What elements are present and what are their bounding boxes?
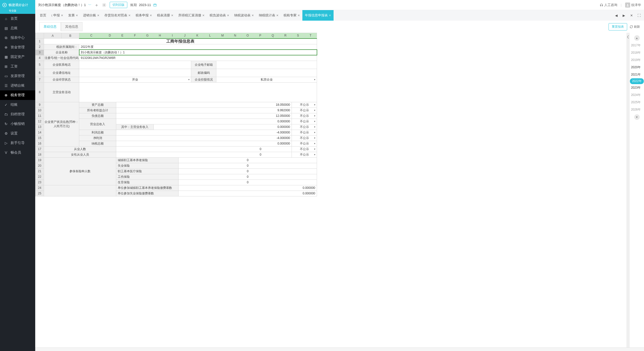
- row-header-23[interactable]: 23: [35, 180, 44, 185]
- row-header-8[interactable]: 8: [35, 82, 44, 102]
- col-header-N[interactable]: N: [229, 33, 242, 39]
- row-header-13[interactable]: 13: [35, 124, 44, 130]
- tab-1[interactable]: ⟨申报✕: [49, 10, 66, 21]
- tab-2[interactable]: 发票✕: [66, 10, 80, 21]
- col-header-F[interactable]: F: [129, 33, 141, 39]
- col-header-C[interactable]: C: [79, 33, 104, 39]
- fin-3-sub-value[interactable]: 0.000000: [154, 124, 292, 130]
- year-2023年[interactable]: 2023年: [630, 84, 644, 91]
- fin-1-value[interactable]: 9.992000: [116, 108, 292, 113]
- col-header-R[interactable]: R: [279, 33, 292, 39]
- fin-4-pub[interactable]: 不公示: [292, 130, 317, 135]
- row-header-9[interactable]: 9: [35, 102, 44, 108]
- mainbiz-input[interactable]: [79, 82, 317, 102]
- tabs-close-all-icon[interactable]: ✕: [628, 12, 634, 18]
- fin-4-value[interactable]: -4.000000: [116, 130, 292, 135]
- fin-3-sub-pub[interactable]: 不公示: [292, 124, 317, 130]
- post-input[interactable]: [216, 69, 317, 77]
- refresh-button[interactable]: 刷新: [630, 25, 640, 29]
- sidebar-item-0[interactable]: ⌂首页: [0, 14, 35, 23]
- row-header-2[interactable]: 2: [35, 44, 44, 50]
- row-header-7[interactable]: 7: [35, 77, 44, 82]
- sidebar-item-1[interactable]: ▤总账: [0, 23, 35, 33]
- fin-2-value[interactable]: 12.050000: [116, 113, 292, 119]
- fullscreen-icon[interactable]: ⛶: [636, 12, 642, 18]
- sidebar-item-8[interactable]: ⊗税务管理: [0, 90, 35, 100]
- reg-value[interactable]: 91320811MA7NGR2W6R: [79, 55, 317, 61]
- col-header-E[interactable]: E: [116, 33, 129, 39]
- row-header-17[interactable]: 17: [35, 146, 44, 152]
- row-header-6[interactable]: 6: [35, 69, 44, 77]
- col-header-T[interactable]: T: [304, 33, 317, 39]
- tab-close-icon[interactable]: ✕: [329, 14, 331, 17]
- fin-3-pub[interactable]: 不公示: [292, 119, 317, 124]
- tab-close-icon[interactable]: ✕: [252, 14, 254, 17]
- sidebar-item-13[interactable]: ▷新手引导: [0, 138, 35, 148]
- sidebar-item-5[interactable]: ⊞工资: [0, 62, 35, 71]
- col-header-K[interactable]: K: [191, 33, 204, 39]
- row-header-24[interactable]: 24: [35, 185, 44, 191]
- tab-8[interactable]: 税负波动表✕: [207, 10, 232, 21]
- account-selector[interactable]: 刘小艳演示账套（勿删勿动！）1 ﹀: [38, 3, 92, 7]
- fin-0-value[interactable]: 18.050000: [116, 102, 292, 108]
- col-header-S[interactable]: S: [292, 33, 304, 39]
- fin-6-value[interactable]: 0.000000: [116, 141, 292, 146]
- sidebar-item-14[interactable]: V畅会员: [0, 148, 35, 157]
- old-version-button[interactable]: 切到旧版: [110, 2, 127, 8]
- fin-2-pub[interactable]: 不公示: [292, 113, 317, 119]
- row-header-25[interactable]: 25: [35, 191, 44, 196]
- row-header-16[interactable]: 16: [35, 141, 44, 146]
- col-header-J[interactable]: J: [179, 33, 191, 39]
- year-down-icon[interactable]: ▼: [634, 114, 640, 120]
- base-1-value[interactable]: 0.000000: [179, 191, 317, 196]
- row-header-4[interactable]: 4: [35, 55, 44, 61]
- col-header-I[interactable]: I: [166, 33, 179, 39]
- col-header-Q[interactable]: Q: [267, 33, 279, 39]
- row-header-5[interactable]: 5: [35, 61, 44, 69]
- reset-report-button[interactable]: 重置报表: [609, 23, 627, 30]
- col-header-M[interactable]: M: [216, 33, 229, 39]
- fin-1-pub[interactable]: 不公示: [292, 108, 317, 113]
- female-value[interactable]: 0: [116, 152, 292, 157]
- row-header-21[interactable]: 21: [35, 168, 44, 174]
- spreadsheet[interactable]: ABCDEFGHIJKLMNOPQRST1工商年报信息表2税款所属期间：2022…: [35, 33, 626, 347]
- fin-0-pub[interactable]: 不公示: [292, 102, 317, 108]
- subtab-0[interactable]: 基础信息: [39, 22, 61, 31]
- sidebar-item-9[interactable]: ✓结账: [0, 100, 35, 110]
- emp-value[interactable]: 0: [116, 146, 292, 152]
- row-header-18[interactable]: 18: [35, 152, 44, 157]
- tab-7[interactable]: 所得税汇算清缴✕: [176, 10, 207, 21]
- col-header-D[interactable]: D: [104, 33, 116, 39]
- tabs-next-icon[interactable]: ▶: [621, 12, 627, 18]
- horizontal-scrollbar[interactable]: [35, 347, 644, 351]
- fin-6-pub[interactable]: 不公示: [292, 141, 317, 146]
- col-header-P[interactable]: P: [254, 33, 267, 39]
- tab-close-icon[interactable]: ✕: [171, 14, 173, 17]
- tab-close-icon[interactable]: ✕: [150, 14, 152, 17]
- female-pub[interactable]: 不公示: [292, 152, 317, 157]
- col-header-L[interactable]: L: [204, 33, 216, 39]
- row-header-3[interactable]: 3: [35, 50, 44, 55]
- user-menu[interactable]: 徐泽华: [625, 3, 641, 8]
- select-all-cell[interactable]: [35, 33, 44, 39]
- tabs-prev-icon[interactable]: ◀: [613, 12, 619, 18]
- tab-10[interactable]: 纳税统计表✕: [256, 10, 281, 21]
- calendar-icon[interactable]: [152, 3, 157, 8]
- subtab-1[interactable]: 其他信息: [61, 22, 83, 31]
- sidebar-item-12[interactable]: ⚙设置: [0, 129, 35, 138]
- tab-12[interactable]: 年报信息申报表✕: [302, 10, 334, 21]
- tab-close-icon[interactable]: ✕: [298, 14, 300, 17]
- status-select[interactable]: 开业: [79, 77, 191, 82]
- ins-4-value[interactable]: 0: [179, 180, 317, 185]
- tab-11[interactable]: 税检专家✕: [281, 10, 302, 21]
- sidebar-item-2[interactable]: ⧉报表中心: [0, 33, 35, 43]
- tab-close-icon[interactable]: ✕: [227, 14, 229, 17]
- sidebar-item-6[interactable]: ▭发票管理: [0, 71, 35, 81]
- fin-3-value[interactable]: 0.000000: [116, 119, 292, 124]
- emp-pub[interactable]: 不公示: [292, 146, 317, 152]
- sidebar-item-11[interactable]: ↻小畅报销: [0, 119, 35, 129]
- sidebar-item-10[interactable]: 🗀归档管理: [0, 110, 35, 119]
- tab-6[interactable]: 税表清册✕: [154, 10, 176, 21]
- col-header-B[interactable]: B: [62, 33, 79, 39]
- year-up-icon[interactable]: ▲: [634, 35, 640, 41]
